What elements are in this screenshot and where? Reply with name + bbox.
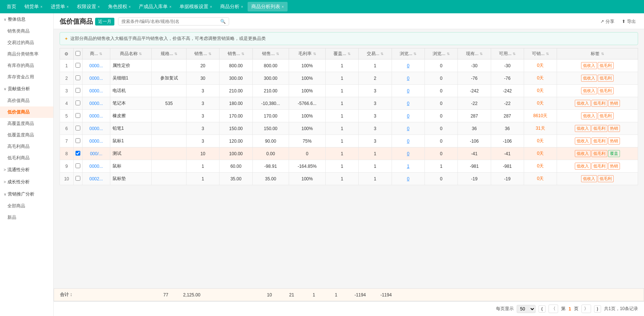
nav-template-settings[interactable]: 单据模板设置 × (176, 2, 216, 11)
row-checkbox-cell[interactable] (73, 110, 82, 122)
view1-link[interactable]: 0 (407, 76, 409, 81)
sidebar-item-traded-products[interactable]: 交易过的商品 (0, 37, 53, 48)
select-all-checkbox[interactable] (76, 51, 80, 56)
nav-product-warehouse[interactable]: 产成品入库单 × (135, 2, 175, 11)
view1-link[interactable]: 0 (407, 63, 409, 68)
nav-sales-order[interactable]: 销货单 × (21, 2, 46, 11)
row-view1[interactable]: 0 (392, 122, 425, 135)
export-button[interactable]: ⬆ 导出 (620, 17, 638, 26)
row-checkbox[interactable] (76, 176, 80, 181)
sales-price-column-header[interactable]: 销售... ⇅ (219, 48, 252, 60)
sidebar-item-inventory-capital[interactable]: 库存资金占用 (0, 71, 53, 83)
code-column-header[interactable]: 商... ⇅ (82, 48, 110, 60)
settings-column-header[interactable]: ⚙ (60, 48, 74, 60)
sidebar-item-in-stock[interactable]: 有库存的商品 (0, 60, 53, 71)
row-view1[interactable]: 1 (392, 160, 425, 173)
row-checkbox-cell[interactable] (73, 85, 82, 97)
row-view1[interactable]: 0 (392, 60, 425, 72)
nav-product-analysis-list[interactable]: 商品分析列表 × (248, 2, 288, 11)
view1-link[interactable]: 0 (407, 88, 409, 94)
row-checkbox[interactable] (76, 101, 80, 105)
view1-link[interactable]: 0 (407, 151, 409, 156)
close-icon[interactable]: × (40, 5, 43, 9)
sidebar-item-sales-products[interactable]: 销售类商品 (0, 26, 53, 37)
row-checkbox[interactable] (76, 163, 80, 168)
sidebar-section-overall[interactable]: ∨ 整体信息 (0, 13, 53, 26)
view1-link[interactable]: 1 (407, 164, 409, 169)
row-view1[interactable]: 0 (392, 72, 425, 85)
row-checkbox-cell[interactable] (73, 147, 82, 160)
transaction-column-header[interactable]: 交易... ⇅ (359, 48, 392, 60)
row-checkbox-cell[interactable] (73, 72, 82, 85)
first-page-button[interactable]: ⟨ (539, 305, 546, 313)
view2-column-header[interactable]: 浏览... ⇅ (425, 48, 457, 60)
row-view1[interactable]: 0 (392, 97, 425, 110)
row-checkbox[interactable] (76, 88, 80, 93)
row-checkbox-cell[interactable] (73, 135, 82, 147)
view1-link[interactable]: 0 (407, 101, 409, 106)
sidebar-item-low-value[interactable]: 低价值商品 (0, 106, 53, 118)
sales-amount-column-header[interactable]: 销售... ⇅ (252, 48, 289, 60)
row-view1[interactable]: 0 (392, 110, 425, 122)
sidebar-section-circulation[interactable]: > 流通性分析 (0, 164, 53, 176)
search-icon[interactable]: 🔍 (220, 19, 226, 24)
sidebar-section-marketing[interactable]: ∨ 营销推广分析 (0, 188, 53, 200)
nav-product-analysis[interactable]: 商品分析 × (217, 2, 247, 11)
sidebar-section-contribution[interactable]: ∨ 贡献值分析 (0, 83, 53, 95)
coverage-column-header[interactable]: 覆盖... ⇅ (325, 48, 358, 60)
nav-role-auth[interactable]: 角色授权 × (104, 2, 135, 11)
row-view1[interactable]: 0 (392, 173, 425, 185)
row-checkbox-cell[interactable] (73, 97, 82, 110)
close-icon[interactable]: × (282, 5, 284, 9)
checkbox-column-header[interactable] (73, 48, 82, 60)
row-checkbox-cell[interactable] (73, 60, 82, 72)
row-checkbox-cell[interactable] (73, 160, 82, 173)
search-input[interactable] (121, 19, 219, 24)
view1-link[interactable]: 0 (407, 139, 409, 144)
sidebar-item-all-products[interactable]: 全部商品 (0, 200, 53, 212)
gross-margin-column-header[interactable]: 毛利率 ⇅ (289, 48, 325, 60)
sidebar-item-low-margin[interactable]: 低毛利商品 (0, 152, 53, 164)
saleable-column-header[interactable]: 可销... ⇅ (524, 48, 557, 60)
nav-home[interactable]: 首页 (3, 2, 20, 11)
last-page-button[interactable]: ⟩ (594, 305, 601, 313)
row-checkbox[interactable] (76, 63, 80, 68)
close-icon[interactable]: × (241, 5, 243, 9)
date-filter-badge[interactable]: 近一月 (95, 18, 114, 26)
sidebar-item-high-coverage[interactable]: 高覆盖度商品 (0, 118, 53, 129)
row-checkbox[interactable] (76, 138, 80, 143)
view1-link[interactable]: 0 (407, 113, 409, 119)
spec-column-header[interactable]: 规格... ⇅ (152, 48, 187, 60)
close-icon[interactable]: × (169, 5, 171, 9)
row-checkbox-cell[interactable] (73, 122, 82, 135)
close-icon[interactable]: × (67, 5, 69, 9)
sidebar-item-new-products[interactable]: 新品 (0, 212, 53, 223)
row-checkbox[interactable] (76, 113, 80, 118)
available-column-header[interactable]: 可用... ⇅ (491, 48, 524, 60)
row-view1[interactable]: 0 (392, 135, 425, 147)
close-icon[interactable]: × (210, 5, 212, 9)
sidebar-item-high-value[interactable]: 高价值商品 (0, 95, 53, 106)
sidebar-item-high-margin[interactable]: 高毛利商品 (0, 141, 53, 152)
row-checkbox[interactable] (76, 75, 80, 80)
page-size-select[interactable]: 50 20 100 (517, 305, 536, 313)
view1-link[interactable]: 0 (407, 176, 409, 181)
nav-purchase-order[interactable]: 进货单 × (47, 2, 73, 11)
close-icon[interactable]: × (98, 5, 100, 9)
sales-qty-column-header[interactable]: 销售... ⇅ (186, 48, 219, 60)
share-button[interactable]: ↗ 分享 (598, 17, 617, 26)
next-page-button[interactable]: 〉 (581, 305, 591, 313)
row-checkbox[interactable] (76, 151, 80, 156)
row-view1[interactable]: 0 (392, 147, 425, 160)
prev-page-button[interactable]: 〈 (549, 305, 558, 313)
name-column-header[interactable]: 商品名称 ⇅ (110, 48, 151, 60)
row-checkbox[interactable] (76, 126, 80, 130)
row-checkbox-cell[interactable] (73, 173, 82, 185)
view1-link[interactable]: 0 (407, 126, 409, 131)
sidebar-item-category-sales-rate[interactable]: 商品分类销售率 (0, 48, 53, 60)
tags-column-header[interactable]: 标签 ⇅ (557, 48, 638, 60)
sidebar-section-growth[interactable]: > 成长性分析 (0, 176, 53, 188)
nav-permissions[interactable]: 权限设置 × (73, 2, 104, 11)
view1-column-header[interactable]: 浏览... ⇅ (392, 48, 425, 60)
close-icon[interactable]: × (129, 5, 131, 9)
